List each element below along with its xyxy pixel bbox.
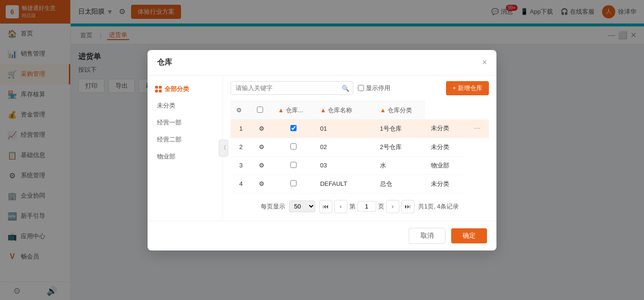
page-label: 第 bbox=[349, 202, 355, 211]
category-item-operations1[interactable]: 经营一部 bbox=[148, 114, 223, 131]
show-disabled-input[interactable] bbox=[358, 85, 364, 91]
row-action[interactable]: ··· bbox=[465, 119, 489, 138]
category-header-label: 全部分类 bbox=[165, 85, 189, 93]
show-disabled-label: 显示停用 bbox=[366, 84, 390, 92]
warehouse-modal: 仓库 × 全部分类 未分类 经营一部 经营二部 物业部 《 bbox=[148, 50, 496, 250]
row-checkbox-cell bbox=[272, 156, 314, 175]
row-name: 1号仓库 bbox=[374, 119, 425, 138]
row-checkbox-cell bbox=[272, 138, 314, 156]
col-header-check bbox=[251, 101, 272, 119]
row-number: 2 bbox=[231, 138, 251, 156]
modal-close-button[interactable]: × bbox=[482, 58, 487, 67]
category-item-operations2[interactable]: 经营二部 bbox=[148, 131, 223, 148]
row-number: 4 bbox=[231, 175, 251, 193]
row-checkbox[interactable] bbox=[290, 125, 297, 131]
modal-body: 全部分类 未分类 经营一部 经营二部 物业部 《 🔍 bbox=[148, 75, 496, 221]
page-number-input[interactable] bbox=[357, 201, 376, 212]
row-category: 未分类 bbox=[425, 138, 465, 156]
table-body: 1 ⚙ 01 1号仓库 未分类 ···2 ⚙ 02 2号仓库 未分类 3 ⚙ 0… bbox=[231, 119, 489, 193]
category-item-uncategorized[interactable]: 未分类 bbox=[148, 97, 223, 114]
modal-footer: 取消 确定 bbox=[148, 221, 496, 250]
row-category: 未分类 bbox=[425, 119, 465, 138]
search-input[interactable] bbox=[231, 81, 353, 95]
per-page-label: 每页显示 bbox=[261, 202, 285, 211]
col-header-category: ▲ 仓库分类 bbox=[374, 101, 425, 119]
modal-overlay: 仓库 × 全部分类 未分类 经营一部 经营二部 物业部 《 bbox=[0, 0, 644, 300]
table-container: ⚙ ▲ 仓库... ▲ 仓库名称 bbox=[231, 101, 489, 193]
table-head: ⚙ ▲ 仓库... ▲ 仓库名称 bbox=[231, 101, 489, 119]
table-row[interactable]: 1 ⚙ 01 1号仓库 未分类 ··· bbox=[231, 119, 489, 138]
category-item-property[interactable]: 物业部 bbox=[148, 148, 223, 165]
confirm-button[interactable]: 确定 bbox=[451, 228, 487, 243]
row-code: 02 bbox=[314, 138, 374, 156]
table-row[interactable]: 2 ⚙ 02 2号仓库 未分类 bbox=[231, 138, 489, 156]
row-settings-icon[interactable]: ⚙ bbox=[251, 119, 272, 138]
table-toolbar: 🔍 显示停用 + 新增仓库 bbox=[231, 81, 489, 95]
row-checkbox-cell bbox=[272, 119, 314, 138]
page-total: 共1页, 4条记录 bbox=[418, 202, 459, 211]
page-nav-buttons: ⏮ ‹ 第 页 › ⏭ bbox=[319, 200, 414, 213]
show-disabled-checkbox[interactable]: 显示停用 bbox=[358, 84, 390, 92]
add-warehouse-button[interactable]: + 新增仓库 bbox=[446, 81, 489, 95]
row-number: 1 bbox=[231, 119, 251, 138]
row-number: 3 bbox=[231, 156, 251, 175]
table-row[interactable]: 3 ⚙ 03 水 物业部 bbox=[231, 156, 489, 175]
more-options-icon[interactable]: ··· bbox=[474, 124, 480, 132]
modal-title: 仓库 bbox=[157, 58, 172, 67]
settings-header-icon: ⚙ bbox=[236, 107, 242, 114]
row-settings-icon[interactable]: ⚙ bbox=[251, 175, 272, 193]
next-page-button[interactable]: › bbox=[386, 200, 399, 213]
page-unit: 页 bbox=[378, 202, 384, 211]
cancel-button[interactable]: 取消 bbox=[409, 228, 446, 244]
pagination: 每页显示 50 100 ⏮ ‹ 第 页 › ⏭ 共1页, 4条记录 bbox=[231, 193, 489, 215]
col-header-code: ▲ 仓库... bbox=[272, 101, 314, 119]
modal-header: 仓库 × bbox=[148, 50, 496, 75]
row-category: 未分类 bbox=[425, 175, 465, 193]
prev-page-button[interactable]: ‹ bbox=[334, 200, 347, 213]
category-header: 全部分类 bbox=[148, 81, 223, 97]
search-icon[interactable]: 🔍 bbox=[342, 84, 349, 92]
search-input-wrap: 🔍 bbox=[231, 81, 353, 95]
category-sidebar: 全部分类 未分类 经营一部 经营二部 物业部 《 bbox=[148, 75, 223, 221]
table-area: 🔍 显示停用 + 新增仓库 ⚙ bbox=[223, 75, 496, 221]
table-row[interactable]: 4 ⚙ DEFAULT 总仓 未分类 bbox=[231, 175, 489, 193]
grid-icon bbox=[155, 86, 162, 92]
col-header-settings: ⚙ bbox=[231, 101, 251, 119]
select-all-checkbox[interactable] bbox=[257, 107, 263, 113]
row-settings-icon[interactable]: ⚙ bbox=[251, 156, 272, 175]
row-name: 总仓 bbox=[374, 175, 425, 193]
table-header-row: ⚙ ▲ 仓库... ▲ 仓库名称 bbox=[231, 101, 489, 119]
row-code: 03 bbox=[314, 156, 374, 175]
category-collapse-button[interactable]: 《 bbox=[219, 140, 228, 157]
row-code: 01 bbox=[314, 119, 374, 138]
row-checkbox-cell bbox=[272, 175, 314, 193]
row-checkbox[interactable] bbox=[290, 180, 297, 186]
row-checkbox[interactable] bbox=[290, 162, 297, 168]
row-name: 2号仓库 bbox=[374, 138, 425, 156]
first-page-button[interactable]: ⏮ bbox=[319, 200, 332, 213]
last-page-button[interactable]: ⏭ bbox=[401, 200, 414, 213]
warehouse-table: ⚙ ▲ 仓库... ▲ 仓库名称 bbox=[231, 101, 489, 193]
col-header-name: ▲ 仓库名称 bbox=[314, 101, 374, 119]
row-name: 水 bbox=[374, 156, 425, 175]
row-checkbox[interactable] bbox=[290, 143, 297, 150]
row-settings-icon[interactable]: ⚙ bbox=[251, 138, 272, 156]
per-page-select[interactable]: 50 100 bbox=[289, 200, 315, 212]
row-category: 物业部 bbox=[425, 156, 465, 175]
row-code: DEFAULT bbox=[314, 175, 374, 193]
